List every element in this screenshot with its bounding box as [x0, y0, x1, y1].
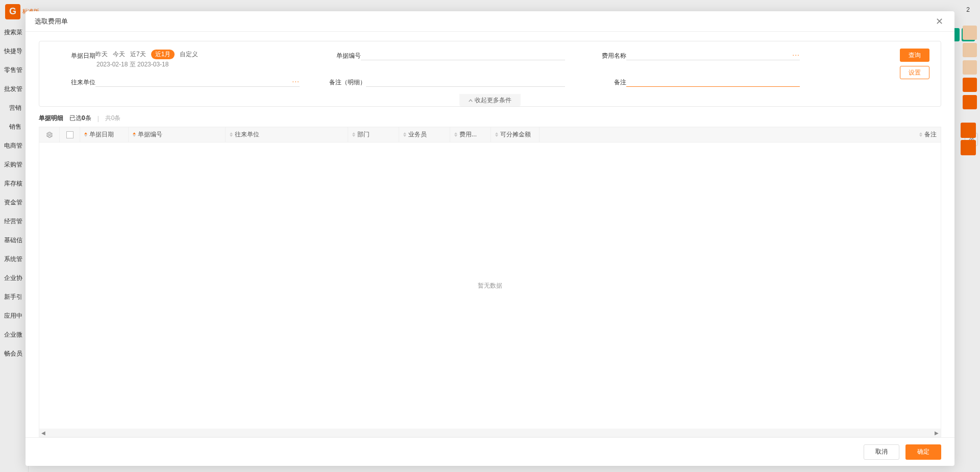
sort-desc-icon — [84, 135, 87, 137]
settings-button[interactable]: 设置 — [900, 66, 929, 79]
filter-fee-name: 费用名称 ··· — [585, 50, 800, 60]
col-biz[interactable]: 业务员 — [399, 127, 450, 142]
collapse-conditions[interactable]: 收起更多条件 — [459, 94, 521, 106]
date-range-text: 2023-02-18 至 2023-03-18 — [96, 60, 300, 69]
modal-header: 选取费用单 ✕ — [26, 11, 954, 32]
close-icon[interactable]: ✕ — [934, 16, 945, 27]
doc-no-label: 单据编号 — [320, 50, 361, 60]
detail-title: 单据明细 — [39, 114, 63, 123]
sort-asc-icon — [84, 132, 87, 134]
sort-desc-icon — [230, 135, 233, 137]
filter-panel: 查询 设置 单据日期 昨天 今天 近7天 近1月 自定义 — [39, 41, 941, 107]
filter-remark-detail: 备注（明细） — [320, 76, 565, 87]
col-remark[interactable]: 备注 — [540, 127, 941, 142]
col-dept[interactable]: 部门 — [348, 127, 399, 142]
scroll-right-icon[interactable]: ▶ — [934, 430, 940, 436]
remark-detail-input[interactable] — [366, 76, 565, 87]
date-quick-today[interactable]: 今天 — [113, 50, 125, 59]
filter-doc-no: 单据编号 — [320, 50, 565, 60]
party-more-icon[interactable]: ··· — [292, 77, 300, 85]
scroll-track[interactable] — [46, 430, 934, 435]
query-button[interactable]: 查询 — [900, 49, 929, 62]
remark-label: 备注 — [585, 76, 626, 87]
modal-overlay: 选取费用单 ✕ 查询 设置 单据日期 昨天 今天 — [0, 0, 980, 472]
collapse-label: 收起更多条件 — [475, 96, 511, 105]
sort-asc-icon — [403, 132, 406, 134]
empty-text: 暂无数据 — [478, 281, 502, 290]
modal-body: 查询 设置 单据日期 昨天 今天 近7天 近1月 自定义 — [26, 32, 954, 437]
sort-desc-icon — [495, 135, 498, 137]
doc-no-input[interactable] — [361, 50, 565, 60]
sort-asc-icon — [919, 132, 922, 134]
fee-name-more-icon[interactable]: ··· — [792, 51, 800, 59]
party-input[interactable] — [95, 76, 300, 87]
select-all-checkbox[interactable] — [60, 127, 80, 142]
detail-header: 单据明细 已选0条 | 共0条 — [39, 114, 941, 123]
col-doc-code[interactable]: 单据编号 — [129, 127, 226, 142]
chevron-up-icon — [469, 99, 473, 102]
remark-input[interactable] — [626, 76, 800, 87]
col-doc-date[interactable]: 单据日期 — [80, 127, 129, 142]
selected-count: 已选0条 — [69, 114, 91, 123]
table-empty: 暂无数据 — [39, 143, 941, 429]
sort-desc-icon — [352, 135, 355, 137]
modal-title: 选取费用单 — [35, 17, 68, 26]
sort-asc-icon — [495, 132, 498, 134]
select-fee-modal: 选取费用单 ✕ 查询 设置 单据日期 昨天 今天 — [26, 11, 954, 466]
date-quick-picker: 昨天 今天 近7天 近1月 自定义 — [95, 50, 300, 59]
confirm-button[interactable]: 确定 — [905, 444, 941, 460]
scroll-left-icon[interactable]: ◀ — [40, 430, 46, 436]
total-count: 共0条 — [105, 114, 121, 123]
filter-party: 往来单位 ··· — [55, 76, 300, 87]
doc-date-label: 单据日期 — [55, 50, 95, 60]
remark-detail-label: 备注（明细） — [320, 76, 366, 87]
svg-point-0 — [48, 134, 51, 136]
date-quick-last7[interactable]: 近7天 — [130, 50, 146, 59]
filter-actions: 查询 设置 — [900, 49, 929, 79]
filter-remark: 备注 — [585, 76, 800, 87]
table-settings-icon[interactable] — [39, 127, 60, 142]
date-quick-custom[interactable]: 自定义 — [180, 50, 198, 59]
sort-desc-icon — [133, 135, 136, 137]
cancel-button[interactable]: 取消 — [864, 444, 899, 460]
fee-name-input[interactable] — [626, 50, 800, 60]
sort-desc-icon — [403, 135, 406, 137]
col-fee[interactable]: 费用... — [450, 127, 491, 142]
table-header: 单据日期 单据编号 往来单位 部门 — [39, 127, 941, 143]
sort-asc-icon — [352, 132, 355, 134]
filter-doc-date: 单据日期 昨天 今天 近7天 近1月 自定义 2023-02-18 至 2023… — [55, 50, 300, 69]
party-label: 往来单位 — [55, 76, 95, 87]
date-quick-yesterday[interactable]: 昨天 — [95, 50, 108, 59]
sort-asc-icon — [230, 132, 233, 134]
date-quick-lastmonth[interactable]: 近1月 — [151, 50, 175, 59]
result-table: 单据日期 单据编号 往来单位 部门 — [39, 127, 941, 437]
horizontal-scrollbar[interactable]: ◀ ▶ — [39, 429, 941, 437]
col-partner[interactable]: 往来单位 — [226, 127, 348, 142]
sort-asc-icon — [133, 132, 136, 134]
col-allocatable-amount[interactable]: 可分摊金额 — [491, 127, 540, 142]
sort-desc-icon — [919, 135, 922, 137]
sort-asc-icon — [454, 132, 457, 134]
sort-desc-icon — [454, 135, 457, 137]
modal-footer: 取消 确定 — [26, 437, 954, 466]
fee-name-label: 费用名称 — [585, 50, 626, 60]
